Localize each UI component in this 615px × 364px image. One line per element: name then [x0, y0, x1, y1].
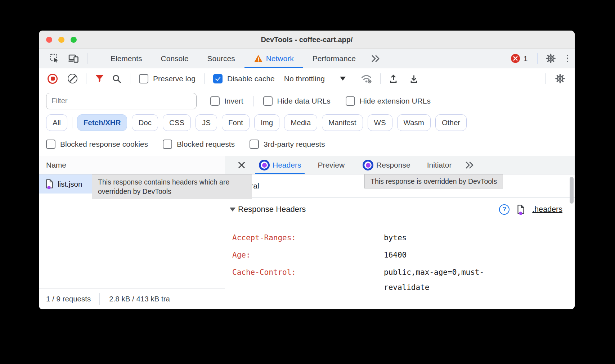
window-title: DevTools - coffee-cart.app/ [39, 36, 575, 44]
tab-elements[interactable]: Elements [101, 49, 152, 68]
warning-icon [254, 55, 263, 63]
hide-data-urls-label[interactable]: Hide data URLs [277, 97, 331, 105]
override-indicator-icon [259, 160, 270, 170]
toolbar-divider [545, 73, 546, 84]
device-toolbar-button[interactable] [64, 49, 84, 68]
blocked-response-cookies-checkbox[interactable] [46, 140, 55, 149]
more-tabs-button[interactable] [365, 49, 387, 68]
request-type-filters: All Fetch/XHR Doc CSS JS Font Img Media … [39, 113, 575, 133]
export-har-button[interactable] [409, 74, 419, 83]
filter-toggle-button[interactable] [95, 74, 104, 83]
record-network-log-button[interactable] [48, 74, 58, 84]
blocked-response-cookies-label[interactable]: Blocked response cookies [60, 140, 148, 149]
throttling-select[interactable]: No throttling [284, 74, 346, 83]
name-column-header[interactable]: Name [39, 156, 225, 174]
inspect-element-button[interactable] [45, 49, 64, 68]
tab-headers-label: Headers [273, 161, 301, 169]
chip-other[interactable]: Other [435, 114, 467, 131]
header-value: 16400 [384, 247, 485, 263]
chip-img[interactable]: Img [254, 114, 279, 131]
filter-input[interactable] [46, 93, 197, 109]
third-party-requests-checkbox[interactable] [250, 140, 259, 149]
toolbar-divider [87, 53, 87, 64]
tab-network[interactable]: Network [244, 49, 303, 68]
chip-ws[interactable]: WS [368, 114, 392, 131]
headers-file-link[interactable]: .headers [532, 205, 562, 214]
invert-checkbox[interactable] [210, 96, 220, 106]
chip-media[interactable]: Media [284, 114, 317, 131]
response-headers-actions: ? .headers [499, 204, 575, 215]
tab-preview-label: Preview [318, 161, 345, 169]
chip-manifest[interactable]: Manifest [322, 114, 363, 131]
chip-js[interactable]: JS [196, 114, 217, 131]
toolbar-divider [537, 53, 538, 64]
chip-doc[interactable]: Doc [132, 114, 158, 131]
help-icon[interactable]: ? [499, 204, 509, 215]
tab-console-label: Console [161, 54, 189, 63]
chip-css[interactable]: CSS [163, 114, 191, 131]
toolbar-divider [86, 73, 86, 84]
invert-label[interactable]: Invert [224, 97, 243, 105]
settings-button[interactable] [541, 53, 560, 64]
preserve-log-checkbox[interactable] [139, 74, 148, 83]
hide-extension-urls-checkbox[interactable] [346, 96, 355, 106]
hide-data-urls-checkbox[interactable] [263, 96, 273, 106]
disable-cache-checkbox[interactable] [213, 74, 223, 83]
response-override-tooltip: This response is overridden by DevTools [364, 174, 503, 188]
header-name: Cache-Control: [232, 265, 384, 280]
response-headers-list: Accept-Ranges: bytes Age: 16400 Cache-Co… [225, 221, 575, 295]
header-row: Age: 16400 [232, 247, 575, 265]
kebab-menu-icon[interactable] [560, 55, 575, 63]
preserve-log-label[interactable]: Preserve log [153, 74, 196, 83]
dropdown-caret-icon [340, 77, 346, 81]
funnel-icon [95, 74, 104, 83]
title-bar: DevTools - coffee-cart.app/ [39, 31, 575, 49]
tab-preview[interactable]: Preview [314, 156, 348, 174]
gear-icon [555, 73, 565, 84]
error-count: 1 [524, 54, 528, 63]
tab-console[interactable]: Console [152, 49, 198, 68]
disable-cache-label[interactable]: Disable cache [227, 74, 275, 83]
chip-all[interactable]: All [46, 114, 67, 131]
tab-bar-right: 1 [505, 49, 575, 68]
inspect-icon [50, 54, 59, 63]
tab-response[interactable]: Response [359, 156, 414, 174]
header-name: Accept-Ranges: [232, 230, 384, 245]
request-name: list.json [58, 180, 82, 188]
chip-fetch-xhr[interactable]: Fetch/XHR [77, 114, 127, 131]
clear-network-log-button[interactable] [68, 74, 77, 83]
screenshot-stage: DevTools - coffee-cart.app/ Elemen [0, 0, 615, 364]
network-toolbar: Preserve log Disable cache No throttling [39, 68, 575, 89]
chip-wasm[interactable]: Wasm [397, 114, 431, 131]
details-tab-bar: Headers Preview Response Initiator [225, 156, 575, 174]
error-icon [511, 54, 520, 63]
third-party-requests-label[interactable]: 3rd-party requests [264, 140, 325, 149]
blocked-requests-label[interactable]: Blocked requests [177, 140, 235, 149]
chevron-double-right-icon [465, 161, 475, 169]
chip-font[interactable]: Font [222, 114, 250, 131]
tab-initiator[interactable]: Initiator [423, 156, 455, 174]
network-settings-button[interactable] [555, 73, 565, 84]
tab-performance[interactable]: Performance [303, 49, 365, 68]
close-details-button[interactable] [233, 156, 250, 174]
import-har-button[interactable] [389, 74, 398, 83]
blocked-requests-checkbox[interactable] [163, 140, 172, 149]
network-conditions-button[interactable] [360, 73, 373, 84]
response-headers-section-header[interactable]: Response Headers ? .headers [225, 198, 575, 221]
devtools-tab-bar: Elements Console Sources Network Perform… [39, 49, 575, 68]
tab-headers[interactable]: Headers [255, 156, 305, 174]
tab-sources[interactable]: Sources [198, 49, 244, 68]
toolbar-divider [253, 96, 254, 106]
scrollbar-thumb[interactable] [570, 177, 574, 204]
tab-network-label: Network [266, 54, 294, 63]
hide-extension-urls-label[interactable]: Hide extension URLs [360, 97, 431, 105]
chevron-double-right-icon [371, 55, 381, 63]
search-button[interactable] [112, 74, 121, 83]
devtools-window: DevTools - coffee-cart.app/ Elemen [39, 31, 575, 309]
header-value: bytes [384, 230, 485, 245]
error-counter[interactable]: 1 [505, 54, 534, 63]
download-icon [409, 74, 419, 83]
more-details-tabs-button[interactable] [462, 156, 478, 174]
header-row: Accept-Ranges: bytes [232, 230, 575, 247]
tab-elements-label: Elements [111, 54, 142, 63]
